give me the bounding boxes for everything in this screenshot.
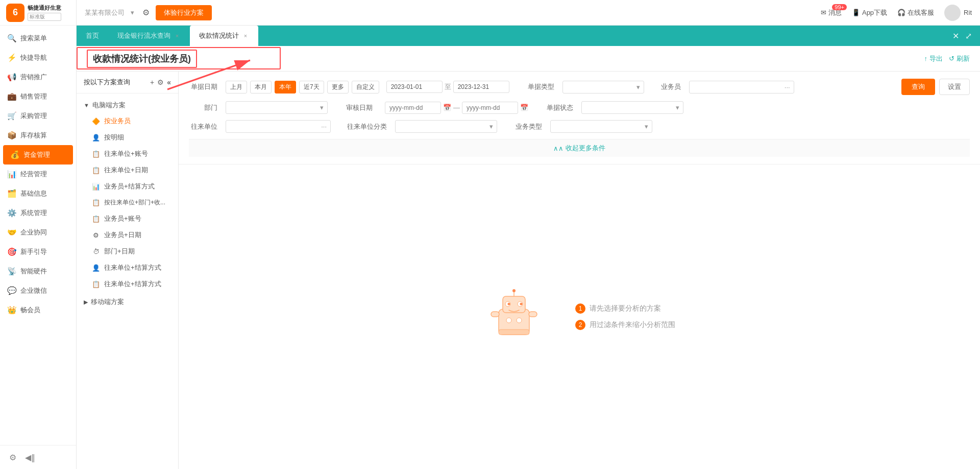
footer-collapse-icon[interactable]: ◀‖ <box>24 452 36 463</box>
sidebar-item-inventory[interactable]: 📦 库存核算 <box>0 126 76 145</box>
sidebar-item-smart-hw[interactable]: 📡 智能硬件 <box>0 262 76 281</box>
salesperson-input[interactable] <box>689 81 794 93</box>
dept-label: 部门 <box>189 103 217 112</box>
review-date-end[interactable] <box>462 102 518 114</box>
scheme-settings-icon[interactable]: ⚙ <box>157 78 164 86</box>
query-btn[interactable]: 查询 <box>901 79 935 95</box>
partner-type-select[interactable] <box>395 120 497 133</box>
sidebar-item-label: 基础信息 <box>20 189 47 198</box>
sidebar-item-purchase[interactable]: 🛒 采购管理 <box>0 106 76 126</box>
scheme-item-unit-dept-col[interactable]: 📋 按往来单位+部门+收... <box>77 195 178 210</box>
scheme-salesperson-settle-icon: 📊 <box>92 182 100 191</box>
date-range-separator: 至 <box>445 82 451 91</box>
sidebar-item-system[interactable]: ⚙️ 系统管理 <box>0 203 76 223</box>
sidebar-item-label: 系统管理 <box>20 208 47 218</box>
date-start-input[interactable] <box>386 81 443 93</box>
sidebar-item-member[interactable]: 👑 畅会员 <box>0 300 76 320</box>
refresh-btn[interactable]: ↺ 刷新 <box>949 54 970 63</box>
scheme-item-unit-account[interactable]: 📋 往来单位+账号 <box>77 146 178 162</box>
scheme-group-mobile-title[interactable]: ▶ 移动端方案 <box>77 294 178 310</box>
biz-type-select[interactable] <box>550 120 652 133</box>
sidebar-item-base[interactable]: 🗂️ 基础信息 <box>0 184 76 203</box>
prev-month-btn[interactable]: 上月 <box>226 81 247 93</box>
this-year-btn[interactable]: 本年 <box>275 81 296 93</box>
export-btn[interactable]: ↑ 导出 <box>924 54 943 63</box>
review-date-end-calendar-icon[interactable]: 📅 <box>520 104 528 111</box>
group-arrow-icon: ▼ <box>84 102 89 108</box>
trial-btn[interactable]: 体验行业方案 <box>156 5 212 20</box>
left-panel-title: 按以下方案查询 <box>84 78 147 87</box>
svg-point-7 <box>512 289 516 292</box>
inventory-icon: 📦 <box>7 131 16 140</box>
scheme-dept-date-icon: ⏱ <box>92 247 100 255</box>
doc-type-select[interactable] <box>562 81 644 93</box>
sidebar-item-finance[interactable]: 💰 资金管理 <box>3 145 73 165</box>
app-download-btn[interactable]: 📱 App下载 <box>852 8 887 17</box>
tab-home[interactable]: 首页 <box>77 26 108 46</box>
add-scheme-icon[interactable]: + <box>150 78 154 86</box>
sidebar-item-label: 经营管理 <box>20 170 47 179</box>
partner-more-icon[interactable]: ··· <box>321 123 327 130</box>
scheme-group-pc-title[interactable]: ▼ 电脑端方案 <box>77 98 178 113</box>
footer-settings-icon[interactable]: ⚙ <box>7 452 18 463</box>
scheme-item-unit-settle1[interactable]: 👤 往来单位+结算方式 <box>77 260 178 276</box>
sidebar-item-operations[interactable]: 📊 经营管理 <box>0 165 76 184</box>
settings-icon[interactable]: ⚙ <box>142 8 150 17</box>
quick-nav-icon: ⚡ <box>7 53 16 62</box>
scheme-item-label: 往来单位+日期 <box>104 166 148 175</box>
tab-collection-stats[interactable]: 收款情况统计 × <box>190 26 258 46</box>
finance-icon: 💰 <box>10 150 19 159</box>
review-date-calendar-icon[interactable]: 📅 <box>443 104 451 111</box>
review-date-group: 📅 — 📅 <box>385 102 528 114</box>
custom-date-btn[interactable]: 自定义 <box>352 81 379 93</box>
sidebar-item-enterprise[interactable]: 🤝 企业协同 <box>0 223 76 242</box>
partner-input[interactable] <box>226 120 331 133</box>
scheme-item-salesperson-date[interactable]: ⚙ 业务员+日期 <box>77 227 178 243</box>
sidebar: 6 畅捷通好生意 标准版 🔍 搜索菜单 ⚡ 快捷导航 📢 营销推广 💼 销售管理… <box>0 0 77 469</box>
collapse-panel-icon[interactable]: « <box>167 78 171 86</box>
window-close-icon[interactable]: ✕ <box>952 31 959 41</box>
scheme-item-label: 往来单位+结算方式 <box>104 279 161 289</box>
dept-select[interactable] <box>226 101 328 114</box>
scheme-item-salesperson-settle[interactable]: 📊 业务员+结算方式 <box>77 178 178 195</box>
page-title: 收款情况统计(按业务员) <box>87 50 197 68</box>
doc-status-select[interactable] <box>581 101 683 114</box>
scheme-item-dept-date[interactable]: ⏱ 部门+日期 <box>77 243 178 260</box>
sidebar-item-wechat[interactable]: 💬 企业微信 <box>0 281 76 300</box>
more-date-btn[interactable]: 更多 <box>327 81 349 93</box>
base-icon: 🗂️ <box>7 189 16 198</box>
tab-bank-flow[interactable]: 现金银行流水查询 × <box>108 26 190 46</box>
user-area[interactable]: Rit <box>944 5 972 21</box>
this-month-btn[interactable]: 本月 <box>250 81 272 93</box>
window-maximize-icon[interactable]: ⤢ <box>965 31 972 41</box>
export-label: 导出 <box>929 54 943 63</box>
partner-input-wrap: ··· <box>226 120 331 133</box>
last7-btn[interactable]: 近7天 <box>299 81 324 93</box>
date-end-input[interactable] <box>453 81 509 93</box>
collapse-btn[interactable]: ∧∧ 收起更多条件 <box>189 139 970 157</box>
sidebar-item-sales[interactable]: 💼 销售管理 <box>0 87 76 106</box>
enterprise-icon: 🤝 <box>7 228 16 237</box>
content-area: 按以下方案查询 + ⚙ « ▼ 电脑端方案 🔶 按业务员 <box>77 72 980 469</box>
scheme-item-by-salesperson[interactable]: 🔶 按业务员 <box>77 113 178 129</box>
sidebar-item-newbie[interactable]: 🎯 新手引导 <box>0 242 76 262</box>
scheme-item-salesperson-account[interactable]: 📋 业务员+账号 <box>77 210 178 227</box>
scheme-item-label: 往来单位+结算方式 <box>104 263 161 272</box>
scheme-item-unit-settle2[interactable]: 📋 往来单位+结算方式 <box>77 276 178 292</box>
setting-btn[interactable]: 设置 <box>939 79 970 95</box>
filter-row-1: 单据日期 上月 本月 本年 近7天 更多 自定义 至 <box>189 79 970 95</box>
sidebar-item-quick-nav[interactable]: ⚡ 快捷导航 <box>0 48 76 67</box>
tab-collection-stats-close[interactable]: × <box>242 32 249 39</box>
review-date-start[interactable] <box>385 102 441 114</box>
msg-btn[interactable]: ✉ 消息 99+ <box>821 8 842 17</box>
sidebar-item-marketing[interactable]: 📢 营销推广 <box>0 67 76 87</box>
scheme-detail-icon: 👤 <box>92 133 100 142</box>
scheme-item-unit-date[interactable]: 📋 往来单位+日期 <box>77 162 178 178</box>
sidebar-item-search[interactable]: 🔍 搜索菜单 <box>0 29 76 48</box>
app-download-label: App下载 <box>862 8 887 17</box>
tab-bank-flow-close[interactable]: × <box>174 32 181 39</box>
scheme-item-by-detail[interactable]: 👤 按明细 <box>77 129 178 146</box>
online-service-btn[interactable]: 🎧 在线客服 <box>897 8 934 17</box>
salesperson-more-icon[interactable]: ··· <box>785 83 790 91</box>
scheme-group-mobile: ▶ 移动端方案 <box>77 294 178 310</box>
